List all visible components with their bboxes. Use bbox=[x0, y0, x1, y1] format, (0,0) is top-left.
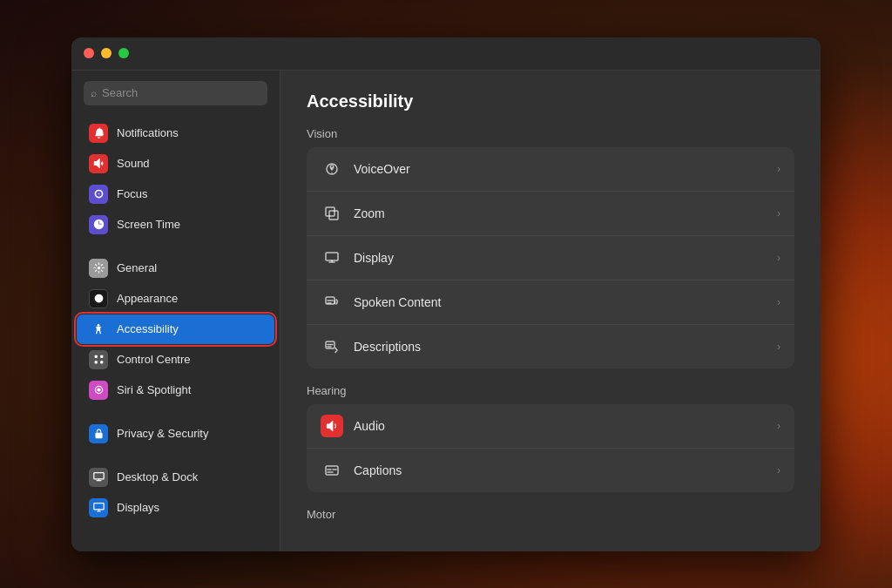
sidebar-group-2: General Appearance Accessibility bbox=[71, 251, 280, 408]
svg-rect-8 bbox=[95, 433, 102, 439]
sidebar-group-1: Notifications Sound Focus bbox=[71, 116, 280, 242]
captions-chevron: › bbox=[777, 464, 780, 476]
accessibility-icon bbox=[89, 320, 108, 339]
sidebar-item-focus[interactable]: Focus bbox=[77, 179, 274, 209]
sound-icon bbox=[89, 154, 108, 173]
section-title-vision: Vision bbox=[307, 127, 794, 140]
descriptions-row[interactable]: Descriptions › bbox=[307, 325, 794, 368]
spoken-content-row[interactable]: Spoken Content › bbox=[307, 280, 794, 325]
divider-3 bbox=[71, 451, 280, 460]
divider-1 bbox=[71, 242, 280, 251]
voiceover-chevron: › bbox=[777, 163, 780, 175]
displays-label: Displays bbox=[117, 501, 159, 514]
general-icon bbox=[89, 259, 108, 278]
audio-row[interactable]: Audio › bbox=[307, 404, 794, 449]
sidebar-item-privacy[interactable]: Privacy & Security bbox=[77, 419, 274, 449]
focus-icon bbox=[89, 185, 108, 204]
divider-2 bbox=[71, 408, 280, 416]
descriptions-chevron: › bbox=[777, 341, 780, 353]
general-label: General bbox=[117, 261, 157, 274]
captions-icon bbox=[321, 459, 343, 482]
search-icon: ⌕ bbox=[91, 87, 97, 99]
sidebar-item-displays[interactable]: Displays bbox=[77, 493, 274, 523]
page-title: Accessibility bbox=[307, 91, 794, 112]
audio-icon bbox=[321, 415, 343, 437]
svg-rect-4 bbox=[94, 361, 97, 363]
captions-row[interactable]: Captions › bbox=[307, 449, 794, 492]
svg-rect-19 bbox=[326, 466, 338, 475]
svg-rect-15 bbox=[329, 211, 338, 220]
captions-label: Captions bbox=[354, 463, 767, 477]
appearance-icon bbox=[89, 289, 108, 308]
siri-label: Siri & Spotlight bbox=[117, 383, 191, 396]
voiceover-row[interactable]: VoiceOver › bbox=[307, 147, 794, 192]
focus-label: Focus bbox=[117, 187, 147, 200]
sidebar-item-desktop[interactable]: Desktop & Dock bbox=[77, 463, 274, 492]
window-content: ⌕ Search Notifications Sound bbox=[71, 71, 821, 551]
sidebar-item-sound[interactable]: Sound bbox=[77, 149, 274, 179]
sidebar-group-4: Desktop & Dock Displays bbox=[71, 460, 280, 525]
minimize-button[interactable] bbox=[101, 48, 112, 58]
descriptions-label: Descriptions bbox=[354, 340, 767, 354]
display-row[interactable]: Display › bbox=[307, 236, 794, 280]
svg-point-0 bbox=[97, 267, 99, 269]
controlcentre-label: Control Centre bbox=[117, 353, 191, 366]
svg-rect-2 bbox=[94, 355, 97, 358]
sidebar-item-siri[interactable]: Siri & Spotlight bbox=[77, 375, 274, 405]
svg-rect-5 bbox=[100, 361, 103, 363]
voiceover-label: VoiceOver bbox=[354, 162, 767, 176]
maximize-button[interactable] bbox=[118, 48, 129, 58]
svg-point-1 bbox=[98, 323, 100, 326]
screentime-label: Screen Time bbox=[117, 218, 180, 231]
sound-label: Sound bbox=[117, 157, 150, 170]
notifications-label: Notifications bbox=[117, 126, 179, 139]
audio-chevron: › bbox=[777, 420, 780, 432]
hearing-group: Audio › Captions › bbox=[307, 404, 794, 492]
zoom-row[interactable]: Zoom › bbox=[307, 192, 794, 236]
sidebar-group-3: Privacy & Security bbox=[71, 416, 280, 451]
zoom-icon bbox=[321, 202, 343, 225]
appearance-label: Appearance bbox=[117, 292, 178, 305]
sidebar: ⌕ Search Notifications Sound bbox=[71, 71, 280, 551]
zoom-chevron: › bbox=[777, 207, 780, 220]
zoom-label: Zoom bbox=[354, 206, 767, 220]
spoken-content-chevron: › bbox=[777, 296, 780, 308]
search-container: ⌕ Search bbox=[71, 71, 280, 116]
svg-point-7 bbox=[97, 388, 100, 391]
desktop-label: Desktop & Dock bbox=[117, 470, 198, 483]
vision-group: VoiceOver › Zoom › Display › bbox=[307, 147, 794, 368]
close-button[interactable] bbox=[84, 48, 94, 58]
svg-rect-16 bbox=[326, 253, 338, 260]
search-box[interactable]: ⌕ Search bbox=[84, 81, 267, 105]
section-title-hearing: Hearing bbox=[307, 384, 794, 397]
traffic-lights bbox=[84, 48, 129, 58]
system-preferences-window: ⌕ Search Notifications Sound bbox=[71, 37, 821, 551]
svg-rect-3 bbox=[100, 355, 103, 358]
svg-point-13 bbox=[331, 172, 332, 172]
accessibility-label: Accessibility bbox=[117, 322, 179, 335]
svg-rect-10 bbox=[93, 504, 103, 510]
sidebar-item-appearance[interactable]: Appearance bbox=[77, 284, 274, 314]
main-panel: Accessibility Vision VoiceOver › Zoom › bbox=[280, 71, 821, 551]
svg-rect-14 bbox=[326, 207, 334, 216]
desktop-icon bbox=[89, 468, 108, 487]
descriptions-icon bbox=[321, 335, 343, 358]
display-label: Display bbox=[354, 251, 767, 265]
sidebar-item-notifications[interactable]: Notifications bbox=[77, 118, 274, 148]
spoken-content-label: Spoken Content bbox=[354, 295, 767, 309]
privacy-label: Privacy & Security bbox=[117, 427, 208, 440]
siri-icon bbox=[89, 381, 108, 400]
svg-rect-9 bbox=[93, 473, 103, 479]
titlebar bbox=[71, 37, 821, 71]
controlcentre-icon bbox=[89, 350, 108, 369]
section-title-motor: Motor bbox=[307, 508, 794, 521]
sidebar-item-general[interactable]: General bbox=[77, 253, 274, 283]
display-chevron: › bbox=[777, 252, 780, 264]
screentime-icon bbox=[89, 215, 108, 234]
spoken-content-icon bbox=[321, 291, 343, 314]
sidebar-item-screentime[interactable]: Screen Time bbox=[77, 210, 274, 240]
sidebar-item-controlcentre[interactable]: Control Centre bbox=[77, 345, 274, 375]
voiceover-icon bbox=[321, 158, 343, 180]
sidebar-item-accessibility[interactable]: Accessibility bbox=[77, 314, 274, 344]
notifications-icon bbox=[89, 124, 108, 143]
